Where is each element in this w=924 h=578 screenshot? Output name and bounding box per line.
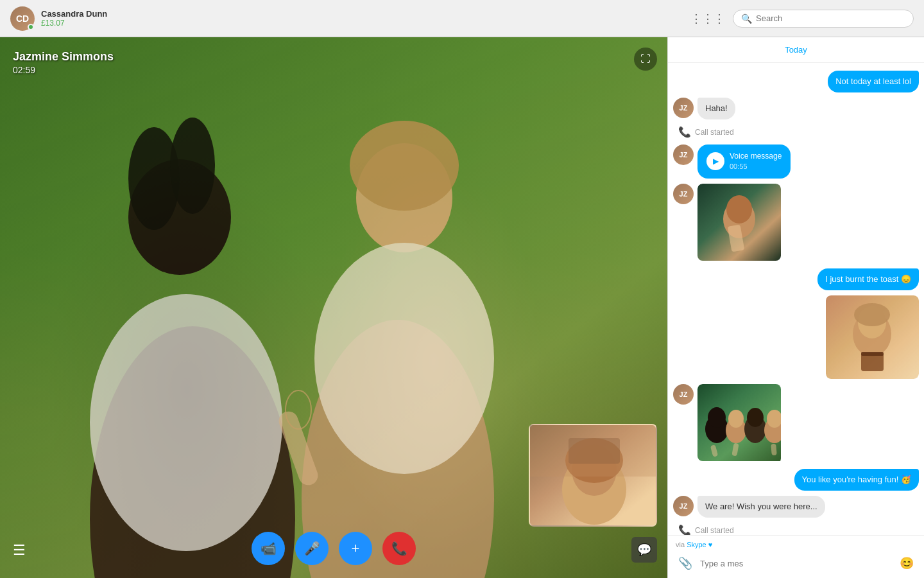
message-row: JZ [673, 184, 919, 263]
user-name: Cassandra Dunn [41, 9, 107, 19]
attach-button[interactable]: 📎 [676, 554, 695, 573]
self-view-svg [530, 425, 657, 527]
message-row: JZ ▶ Voice message 00:55 [673, 144, 919, 178]
svg-rect-28 [826, 295, 919, 379]
chat-input[interactable] [700, 559, 892, 568]
svg-point-33 [728, 410, 744, 428]
search-icon: 🔍 [741, 13, 752, 24]
call-started-icon: 📞 [678, 524, 691, 535]
user-credit: £13.07 [41, 19, 107, 28]
sent-bubble: Not today at least lol [828, 71, 919, 92]
avatar-initials: CD [16, 13, 29, 24]
expand-button[interactable]: ⛶ [634, 48, 657, 71]
received-party-image[interactable] [697, 384, 781, 464]
user-info: CD Cassandra Dunn £13.07 [10, 6, 690, 31]
emoji-button[interactable]: 😊 [897, 554, 916, 573]
chat-panel: Today Not today at least lol JZ Haha! 📞 … [667, 37, 924, 578]
mic-toggle-button[interactable]: 🎤 [295, 532, 329, 565]
end-call-icon: 📞 [391, 541, 407, 556]
sent-bubble: I just burnt the toast 😞 [817, 268, 919, 290]
expand-icon: ⛶ [640, 53, 651, 65]
caller-name: Jazmine Simmons [13, 50, 114, 64]
message-row: I just burnt the toast 😞 [673, 268, 919, 290]
video-toggle-button[interactable]: 📹 [252, 532, 285, 565]
svg-point-31 [708, 407, 726, 428]
skype-link: Skype ♥ [687, 541, 712, 548]
svg-point-4 [170, 118, 215, 214]
emoji-icon: 😊 [900, 556, 914, 570]
chat-avatar: JZ [673, 144, 694, 165]
chat-avatar: JZ [673, 98, 694, 118]
received-bubble: Haha! [697, 98, 735, 119]
received-bubble: We are! Wish you were here... [697, 496, 825, 518]
user-avatar[interactable]: CD [10, 6, 35, 31]
main-layout: Jazmine Simmons 02:59 ⛶ [0, 37, 924, 578]
svg-point-9 [314, 243, 494, 474]
self-view-thumbnail [529, 424, 657, 527]
grid-icon[interactable]: ⋮⋮⋮ [690, 12, 725, 26]
call-started-text: Call started [695, 128, 734, 137]
paperclip-icon: 📎 [678, 556, 692, 570]
end-call-button[interactable]: 📞 [382, 532, 416, 565]
chat-icon: 💬 [637, 543, 651, 557]
chat-avatar: JZ [673, 184, 694, 204]
voice-info: Voice message 00:55 [730, 151, 782, 171]
call-started-icon: 📞 [678, 126, 691, 138]
voice-message-bubble: ▶ Voice message 00:55 [697, 144, 791, 178]
voice-duration: 00:55 [730, 162, 782, 171]
user-text-block: Cassandra Dunn £13.07 [41, 9, 107, 28]
svg-point-35 [747, 408, 764, 427]
voice-label: Voice message [730, 151, 782, 162]
chat-avatar: JZ [673, 384, 694, 405]
chat-overlay-button[interactable]: 💬 [631, 537, 657, 563]
received-image[interactable] [697, 184, 781, 263]
add-participant-button[interactable]: + [339, 532, 372, 565]
via-skype-label: via Skype ♥ [676, 541, 916, 551]
video-area: Jazmine Simmons 02:59 ⛶ [0, 37, 667, 578]
message-row: JZ We are! Wish you were here... [673, 496, 919, 518]
sent-image-svg [826, 295, 919, 379]
svg-point-5 [90, 294, 282, 551]
message-row: JZ [673, 384, 919, 464]
message-row: Not today at least lol [673, 71, 919, 92]
call-started-row: 📞 Call started [673, 125, 919, 139]
chat-date-header: Today [668, 37, 924, 63]
image-preview-svg [697, 184, 781, 261]
call-timer: 02:59 [13, 65, 114, 75]
sent-image[interactable] [826, 295, 919, 379]
call-controls: 📹 🎤 + 📞 [252, 532, 416, 565]
play-voice-button[interactable]: ▶ [706, 152, 724, 170]
hamburger-icon: ☰ [13, 542, 26, 558]
message-row [673, 295, 919, 379]
party-image-svg [697, 384, 781, 461]
search-box: 🔍 [733, 10, 914, 28]
svg-rect-17 [569, 438, 620, 464]
svg-point-20 [726, 195, 752, 223]
hamburger-menu-button[interactable]: ☰ [13, 542, 26, 559]
svg-point-8 [350, 121, 459, 211]
input-row: 📎 😊 [676, 554, 916, 573]
mic-icon: 🎤 [304, 541, 320, 556]
message-row: JZ Haha! [673, 98, 919, 119]
caller-info: Jazmine Simmons 02:59 [13, 50, 114, 75]
chat-avatar: JZ [673, 496, 694, 516]
call-started-row: 📞 Call started [673, 523, 919, 535]
chat-input-area: via Skype ♥ 📎 😊 [668, 535, 924, 578]
chat-messages: Not today at least lol JZ Haha! 📞 Call s… [668, 63, 924, 535]
add-icon: + [352, 540, 360, 557]
topbar: CD Cassandra Dunn £13.07 ⋮⋮⋮ 🔍 [0, 0, 924, 37]
online-status-dot [28, 24, 34, 30]
topbar-right-controls: ⋮⋮⋮ 🔍 [690, 10, 914, 28]
call-started-text: Call started [695, 526, 734, 535]
video-icon: 📹 [261, 541, 277, 556]
message-row: You like you're having fun! 🥳 [673, 469, 919, 491]
search-input[interactable] [756, 13, 905, 23]
sent-bubble: You like you're having fun! 🥳 [794, 469, 920, 491]
